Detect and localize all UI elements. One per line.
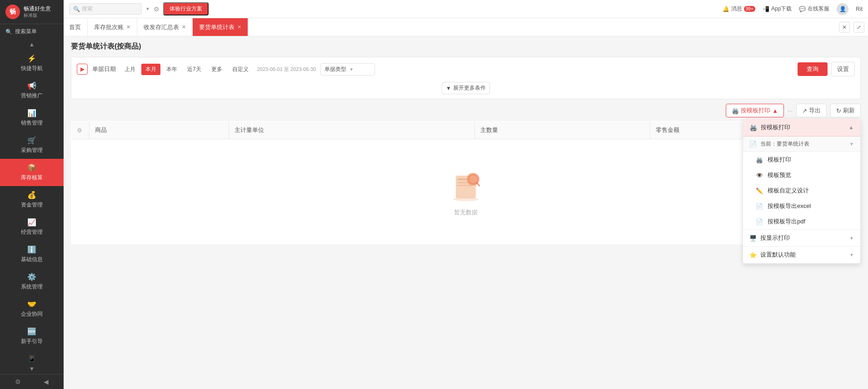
sidebar-item-finance[interactable]: 💰 资金管理 <box>0 186 64 213</box>
template-print-icon: 🖨️ <box>756 157 763 163</box>
select-caret-icon: ▼ <box>349 67 354 72</box>
display-print-icon: 🖥️ <box>749 235 757 242</box>
filter-expand-btn[interactable]: ▶ <box>77 64 88 75</box>
date-custom-btn[interactable]: 自定义 <box>228 64 253 75</box>
expand-icon: ▼ <box>446 85 451 91</box>
date-more-btn[interactable]: 更多 <box>207 64 226 75</box>
filter-actions: 查询 设置 <box>798 62 855 76</box>
template-design-item[interactable]: ✏️ 模板自定义设计 <box>743 183 860 198</box>
sidebar-toggle-btn[interactable]: ◀ <box>44 378 49 385</box>
online-service-btn[interactable]: 💬 在线客服 <box>799 5 829 13</box>
tab-inventory-batch-close[interactable]: ✕ <box>126 24 130 30</box>
sidebar-item-basic-info[interactable]: ℹ️ 基础信息 <box>0 241 64 268</box>
expand-more-btn[interactable]: ▼ 展开更多条件 <box>442 82 490 94</box>
system-icon: ⚙️ <box>27 273 36 281</box>
notifications-btn[interactable]: 🔔 消息 99+ <box>723 5 755 13</box>
sidebar-item-quick-nav[interactable]: ⚡ 快捷导航 <box>0 50 64 77</box>
user-name-label[interactable]: Rit <box>856 6 863 12</box>
sidebar-scroll-down[interactable]: ▼ <box>0 364 64 374</box>
current-template-chevron: ▼ <box>849 141 854 147</box>
empty-state-illustration <box>448 167 484 203</box>
set-default-left: ⭐ 设置默认功能 <box>749 251 796 259</box>
topbar-right: 🔔 消息 99+ 📲 App下载 💬 在线客服 👤 Rit <box>723 3 863 15</box>
col-unit: 主计量单位 <box>229 121 475 139</box>
search-icon: 🔍 <box>5 29 12 35</box>
topbar: 🔍 搜索 ▼ ⚙ 体验行业方案 🔔 消息 99+ 📲 App下载 💬 在线客服 … <box>64 0 868 18</box>
topbar-left: 🔍 搜索 ▼ ⚙ 体验行业方案 <box>69 2 719 15</box>
topbar-chevron-icon[interactable]: ▼ <box>145 6 150 11</box>
print-chevron-up-icon: ▲ <box>772 107 778 114</box>
template-export-pdf-item[interactable]: 📄 按模板导出pdf <box>743 214 860 229</box>
display-print-item[interactable]: 🖥️ 按显示打印 ▼ <box>743 230 860 246</box>
set-default-chevron: ▼ <box>849 253 854 258</box>
app-download-btn[interactable]: 📲 App下载 <box>763 5 792 13</box>
template-preview-item[interactable]: 👁️ 模板预览 <box>743 167 860 183</box>
sidebar-item-system[interactable]: ⚙️ 系统管理 <box>0 268 64 295</box>
col-product: 商品 <box>90 121 229 139</box>
tab-receipts-summary[interactable]: 收发存汇总表 ✕ <box>137 18 193 36</box>
settings-button[interactable]: 设置 <box>831 62 855 76</box>
finance-icon: 💰 <box>27 191 36 199</box>
date-range-display: 2023-06-01 至 2023-06-30 <box>257 66 316 73</box>
tabs-right-buttons: ✕ ⤢ <box>839 22 864 33</box>
date-last-7-days-btn[interactable]: 近7天 <box>183 64 205 75</box>
tab-order-stats[interactable]: 要货单统计表 ✕ <box>193 18 248 36</box>
date-filter-label: 单据日期 <box>92 65 116 73</box>
sidebar-item-business[interactable]: 📈 经营管理 <box>0 213 64 241</box>
sidebar-item-inventory[interactable]: 📦 库存核算 <box>0 159 64 186</box>
order-type-select[interactable]: 单据类型 ▼ <box>320 63 375 76</box>
sidebar-item-marketing[interactable]: 📢 营销推广 <box>0 77 64 104</box>
bell-icon: 🔔 <box>723 6 729 12</box>
sidebar-item-guide[interactable]: 🆕 新手引导 <box>0 323 64 350</box>
sidebar-item-app-center[interactable]: 📱 应用中心 <box>0 350 64 364</box>
tab-receipts-summary-close[interactable]: ✕ <box>182 24 186 30</box>
tab-inventory-batch[interactable]: 库存批次账 ✕ <box>88 18 137 36</box>
filter-row: ▶ 单据日期 上月 本月 本年 近7天 更多 自定义 2023-06-01 至 … <box>77 62 855 76</box>
tab-close-btn[interactable]: ✕ <box>839 22 850 33</box>
printer-icon: 🖨️ <box>732 107 739 114</box>
table-header-row: ⚙ 商品 主计量单位 主数量 零售金额 <box>71 121 861 139</box>
date-last-month-btn[interactable]: 上月 <box>120 64 140 75</box>
tabs-bar: 首页 库存批次账 ✕ 收发存汇总表 ✕ 要货单统计表 ✕ ✕ ⤢ <box>64 18 868 36</box>
expand-more-row: ▼ 展开更多条件 <box>77 79 855 94</box>
business-icon: 📈 <box>27 218 36 227</box>
quick-nav-icon: ⚡ <box>27 54 36 63</box>
template-export-excel-item[interactable]: 📄 按模板导出excel <box>743 198 860 214</box>
empty-state: 暂无数据 <box>71 139 860 244</box>
tab-order-stats-close[interactable]: ✕ <box>237 24 241 30</box>
template-print-item[interactable]: 🖨️ 模板打印 <box>743 152 860 167</box>
user-avatar[interactable]: 👤 <box>837 3 848 15</box>
print-button[interactable]: 🖨️ 按模板打印 ▲ <box>726 104 784 117</box>
sidebar-settings-btn[interactable]: ⚙ <box>15 378 21 385</box>
dropdown-current-left: 📄 当前：要货单统计表 <box>749 140 809 148</box>
sidebar-scroll-up[interactable]: ▲ <box>0 39 64 50</box>
set-default-item[interactable]: ⭐ 设置默认功能 ▼ <box>743 247 860 263</box>
display-print-left: 🖥️ 按显示打印 <box>749 234 790 242</box>
sidebar-item-collab[interactable]: 🤝 企业协同 <box>0 295 64 323</box>
tab-maximize-btn[interactable]: ⤢ <box>853 22 864 33</box>
tab-home[interactable]: 首页 <box>69 18 88 36</box>
query-button[interactable]: 查询 <box>798 62 828 76</box>
dropdown-default-group: ⭐ 设置默认功能 ▼ <box>743 247 860 263</box>
sidebar-item-purchase[interactable]: 🛒 采购管理 <box>0 131 64 159</box>
dropdown-template-group: 🖨️ 模板打印 👁️ 模板预览 ✏️ 模板自定义设计 📄 按模板导出excel … <box>743 152 860 230</box>
display-print-chevron: ▼ <box>849 236 854 241</box>
date-this-month-btn[interactable]: 本月 <box>141 64 160 75</box>
guide-icon: 🆕 <box>27 327 36 336</box>
refresh-button[interactable]: ↻ 刷新 <box>830 104 861 117</box>
current-template-icon: 📄 <box>749 141 757 147</box>
sidebar-search[interactable]: 🔍 搜索菜单 <box>0 24 64 39</box>
dropdown-current-header[interactable]: 📄 当前：要货单统计表 ▼ <box>743 136 860 152</box>
export-button[interactable]: ↗ 导出 <box>796 104 827 117</box>
date-this-year-btn[interactable]: 本年 <box>162 64 181 75</box>
dropdown-header: 🖨️ 按模板打印 ▲ <box>743 119 860 136</box>
topbar-gear-icon[interactable]: ⚙ <box>154 5 160 13</box>
app-logo-icon: 畅 <box>5 5 20 19</box>
column-settings-icon[interactable]: ⚙ <box>77 127 82 134</box>
toolbar-more-icon[interactable]: ··· <box>788 107 793 114</box>
sidebar-item-sales[interactable]: 📊 销售管理 <box>0 104 64 131</box>
dropdown-chevron-up-icon[interactable]: ▲ <box>848 124 854 131</box>
topbar-search-box[interactable]: 🔍 搜索 <box>69 3 142 15</box>
date-filter: 上月 本月 本年 近7天 更多 自定义 <box>120 64 253 75</box>
trial-button[interactable]: 体验行业方案 <box>163 2 209 15</box>
